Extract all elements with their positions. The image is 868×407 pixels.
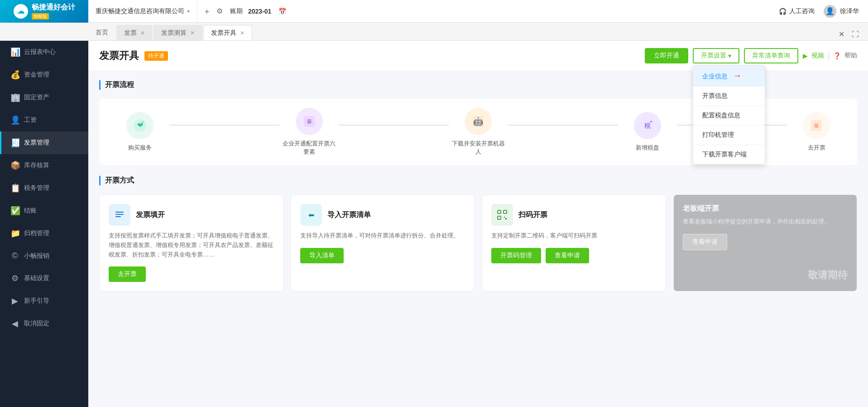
method-fill-header: 发票填开 <box>109 204 274 226</box>
sidebar-item-report[interactable]: © 小畅报销 <box>0 245 88 267</box>
question-icon: ❓ <box>833 52 841 59</box>
method-scan-header: 扫码开票 <box>491 204 657 226</box>
tax-config-label: 配置税盘信息 <box>702 111 740 119</box>
play-icon[interactable]: ▶ <box>803 52 808 59</box>
tab-end-actions: ✕ ⛶ <box>837 28 868 40</box>
logo-sub: 旗舰版 <box>32 13 49 19</box>
flow-step-invoice-icon: ≡ <box>803 112 830 139</box>
video-label[interactable]: 视频 <box>811 52 824 60</box>
sidebar-label-assets: 固定资产 <box>24 93 49 102</box>
step-connector-2 <box>339 125 449 126</box>
sidebar-item-invoice[interactable]: 🧾 发票管理 <box>0 131 88 154</box>
boss-desc: 查看老板端小程序提交的开票申请，并作出相应的处理。 <box>683 217 848 227</box>
user-area[interactable]: 👤 徐泽华 <box>824 5 859 18</box>
svg-rect-22 <box>504 217 505 218</box>
company-selector[interactable]: 重庆畅捷交通信息咨询有限公司 ▾ <box>88 0 197 23</box>
video-help-area: ▶ 视频 | ❓ 帮助 <box>803 52 857 60</box>
flow-step-add-disk-label: 新增税盘 <box>636 144 659 152</box>
settings-dropdown-button[interactable]: 开票设置 ▾ <box>693 48 739 63</box>
sidebar-item-settings[interactable]: ⚙ 基础设置 <box>0 267 88 290</box>
tab-invoice-open-close[interactable]: ✕ <box>240 30 245 36</box>
sidebar-label-archive: 归档管理 <box>24 229 49 237</box>
sidebar-item-assets[interactable]: 🏢 固定资产 <box>0 86 88 109</box>
method-scan-desc: 支持定制开票二维码，客户端可扫码开票 <box>491 231 657 241</box>
method-card-fill: 发票填开 支持按照发票样式手工填开发票；可开具增值税电子普通发票、增值税普通发票… <box>99 194 283 291</box>
method-card-scan: 扫码开票 支持定制开票二维码，客户端可扫码开票 开票码管理 查看申请 <box>482 194 666 291</box>
settings-icon[interactable]: ⚙ <box>216 7 223 15</box>
dropdown-item-invoice-info[interactable]: 开票信息 <box>693 87 765 106</box>
svg-text:⬅: ⬅ <box>308 211 314 219</box>
dropdown-item-download[interactable]: 下载开票客户端 <box>693 145 765 164</box>
method-card-boss: 老板端开票 查看老板端小程序提交的开票申请，并作出相应的处理。 查看申请 敬请期… <box>673 194 858 291</box>
invoice-info-label: 开票信息 <box>702 92 728 99</box>
add-button[interactable]: ＋ <box>203 6 211 17</box>
sidebar-item-fund[interactable]: 💰 资金管理 <box>0 63 88 86</box>
sidebar-item-account[interactable]: ✅ 结账 <box>0 199 88 222</box>
logo-symbol: ☁ <box>17 7 24 15</box>
report-icon: © <box>10 251 19 261</box>
open-button[interactable]: 立即开通 <box>645 48 688 63</box>
method-scan-btn2[interactable]: 查看申请 <box>546 248 589 263</box>
top-actions: ＋ ⚙ 账期 2023-01 📅 <box>197 6 292 17</box>
base-settings-icon: ⚙ <box>10 273 19 283</box>
method-import-desc: 支持导入待开票清单，可对待开票清单进行拆分、合并处理。 <box>300 231 465 241</box>
methods-section-title: 开票方式 <box>99 176 857 185</box>
company-info-label: 企业信息 <box>702 73 728 80</box>
tab-invoice-open-label: 发票开具 <box>211 29 236 37</box>
help-label[interactable]: 帮助 <box>844 52 857 60</box>
support-button[interactable]: 🎧 人工咨询 <box>779 7 815 15</box>
sidebar-label-cloud-report: 云报表中心 <box>24 48 56 56</box>
calendar-icon[interactable]: 📅 <box>278 8 286 15</box>
user-name: 徐泽华 <box>840 7 859 15</box>
sidebar-item-inventory[interactable]: 📦 库存核算 <box>0 154 88 177</box>
archive-icon: 📁 <box>10 228 19 238</box>
tab-invoice-calc[interactable]: 发票测算 ✕ <box>153 25 202 40</box>
dropdown-item-company-info[interactable]: 企业信息 → <box>693 66 765 87</box>
tab-home[interactable]: 首页 <box>88 25 115 40</box>
flow-step-download-label: 下载并安装开票机器人 <box>451 140 505 156</box>
red-arrow-icon: → <box>733 71 741 81</box>
svg-text:🤖: 🤖 <box>473 116 484 126</box>
tab-invoice-open[interactable]: 发票开具 ✕ <box>203 25 252 40</box>
period-label: 账期 <box>230 7 243 15</box>
sidebar-item-archive[interactable]: 📁 归档管理 <box>0 222 88 245</box>
settings-dropdown-menu: 企业信息 → 开票信息 配置税盘信息 打印机管理 下 <box>693 65 765 165</box>
dropdown-item-printer[interactable]: 打印机管理 <box>693 126 765 145</box>
method-fill-icon <box>109 204 130 226</box>
sidebar-label-cancel: 取消固定 <box>24 320 49 328</box>
close-window-button[interactable]: ✕ <box>837 28 846 40</box>
tab-invoice-calc-label: 发票测算 <box>161 29 187 37</box>
settings-dropdown-container: 开票设置 ▾ 企业信息 → 开票信息 配置税盘信息 <box>693 48 739 63</box>
chevron-down-icon: ▾ <box>187 8 190 15</box>
method-card-import: ⬅ 导入开票清单 支持导入待开票清单，可对待开票清单进行拆分、合并处理。 导入清… <box>291 194 475 291</box>
cancel-icon: ◀ <box>10 319 19 329</box>
dropdown-item-tax-config[interactable]: 配置税盘信息 <box>693 106 765 126</box>
boss-btn[interactable]: 查看申请 <box>683 234 727 250</box>
sidebar-item-cancel[interactable]: ◀ 取消固定 <box>0 312 88 335</box>
settings-chevron-icon: ▾ <box>728 52 731 59</box>
tab-invoice-close[interactable]: ✕ <box>140 30 145 36</box>
method-scan-btn1[interactable]: 开票码管理 <box>491 248 541 263</box>
invoice-icon: 🧾 <box>10 138 19 148</box>
tab-invoice[interactable]: 发票 ✕ <box>116 25 153 40</box>
sidebar-item-guide[interactable]: ▶ 新手引导 <box>0 290 88 312</box>
method-fill-btn[interactable]: 去开票 <box>109 266 146 282</box>
step-connector-3 <box>508 125 618 126</box>
maximize-button[interactable]: ⛶ <box>850 29 861 40</box>
check-button[interactable]: 异常清单查询 <box>744 48 798 63</box>
download-label: 下载开票客户端 <box>702 150 747 158</box>
flow-step-download-icon: 🤖 <box>465 108 492 135</box>
tab-invoice-calc-close[interactable]: ✕ <box>190 30 195 36</box>
inventory-icon: 📦 <box>10 160 19 170</box>
method-import-btn[interactable]: 导入清单 <box>300 248 344 263</box>
sidebar-item-salary[interactable]: 👤 工资 <box>0 109 88 131</box>
flow-step-invoice-label: 去开票 <box>808 144 825 152</box>
step-connector-1 <box>169 125 280 126</box>
sidebar-item-cloud-report[interactable]: 📊 云报表中心 <box>0 41 88 63</box>
method-import-name: 导入开票清单 <box>327 210 371 220</box>
method-import-icon: ⬅ <box>300 204 322 226</box>
top-bar: ☁ 畅捷通好会计 旗舰版 重庆畅捷交通信息咨询有限公司 ▾ ＋ ⚙ 账期 202… <box>0 0 868 23</box>
sidebar-item-tax[interactable]: 📋 税务管理 <box>0 177 88 199</box>
settings-button-label: 开票设置 <box>701 52 726 60</box>
avatar: 👤 <box>824 5 836 18</box>
